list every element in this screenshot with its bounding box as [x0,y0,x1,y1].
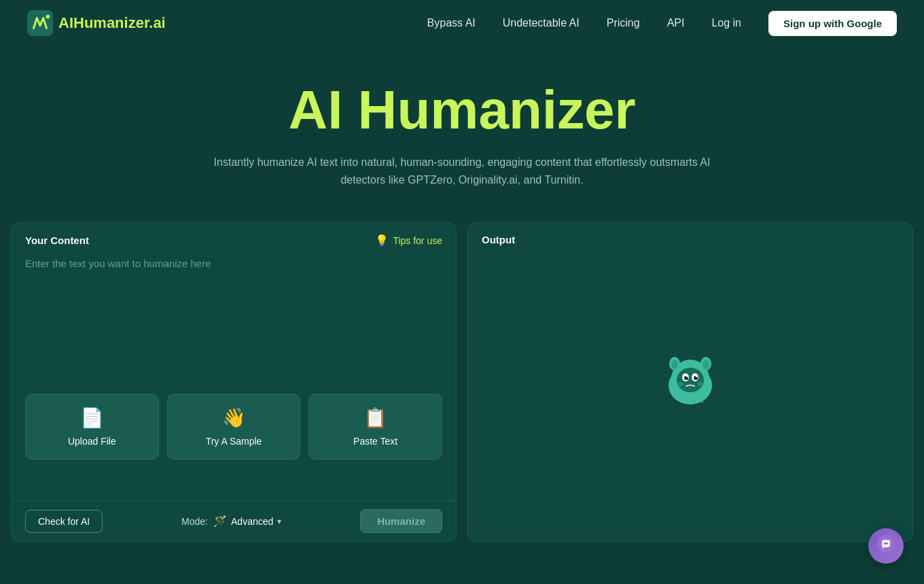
output-panel: Output [467,222,913,542]
navbar: AIHumanizer.ai Bypass AI Undetectable AI… [0,0,924,46]
paste-label: Paste Text [353,436,397,447]
hero-title: AI Humanizer [27,80,897,140]
tips-label: Tips for use [393,235,442,246]
content-area: Your Content 💡 Tips for use 📄 Upload Fil… [0,209,924,555]
check-ai-button[interactable]: Check for AI [25,510,103,533]
upload-file-card[interactable]: 📄 Upload File [25,394,159,460]
svg-point-6 [671,360,678,369]
mode-dropdown[interactable]: 🪄 Advanced ▾ [213,515,281,528]
nav-pricing[interactable]: Pricing [607,17,640,29]
nav-links: Bypass AI Undetectable AI Pricing API Lo… [427,11,897,36]
input-panel: Your Content 💡 Tips for use 📄 Upload Fil… [11,222,457,542]
humanize-button[interactable]: Humanize [360,509,442,533]
try-sample-card[interactable]: 👋 Try A Sample [167,394,301,460]
mascot-svg [660,350,721,411]
mode-selector: Mode: 🪄 Advanced ▾ [181,515,281,528]
svg-point-13 [686,376,688,377]
sample-label: Try A Sample [206,436,262,447]
upload-icon: 📄 [80,407,104,429]
logo-text: AIHumanizer.ai [58,14,166,32]
mascot [660,350,721,414]
upload-label: Upload File [68,436,116,447]
svg-point-1 [46,15,50,19]
svg-point-16 [697,382,704,386]
nav-bypass-ai[interactable]: Bypass AI [427,17,476,29]
mode-label: Mode: [181,516,208,527]
svg-point-14 [696,376,697,377]
svg-rect-0 [27,10,53,36]
mode-value: Advanced [231,516,273,527]
svg-point-11 [684,376,688,380]
tips-link[interactable]: 💡 Tips for use [375,234,442,247]
hero-subtitle: Instantly humanize AI text into natural,… [204,154,720,188]
action-cards: 📄 Upload File 👋 Try A Sample 📋 Paste Tex… [12,388,456,473]
output-panel-label: Output [482,234,515,245]
content-textarea[interactable] [12,252,456,388]
mode-icon: 🪄 [213,515,227,528]
bottom-toolbar: Check for AI Mode: 🪄 Advanced ▾ Humanize [12,500,456,541]
chevron-down-icon: ▾ [277,517,281,526]
output-panel-header: Output [468,223,529,252]
signup-button[interactable]: Sign up with Google [768,11,897,36]
svg-point-7 [703,360,709,369]
nav-login[interactable]: Log in [711,17,741,29]
svg-point-8 [677,368,704,392]
svg-point-15 [677,382,683,386]
svg-point-20 [887,543,888,544]
input-panel-header: Your Content 💡 Tips for use [12,223,456,252]
paste-text-card[interactable]: 📋 Paste Text [308,394,442,460]
svg-point-12 [694,376,698,380]
chat-icon [877,535,895,557]
sample-icon: 👋 [222,407,246,429]
paste-icon: 📋 [363,407,387,429]
hero-section: AI Humanizer Instantly humanize AI text … [0,46,924,209]
logo[interactable]: AIHumanizer.ai [27,10,166,36]
input-panel-label: Your Content [25,235,89,246]
nav-api[interactable]: API [667,17,685,29]
logo-icon [27,10,53,36]
nav-undetectable-ai[interactable]: Undetectable AI [503,17,580,29]
tips-icon: 💡 [375,234,389,247]
chat-bubble[interactable] [868,528,904,564]
